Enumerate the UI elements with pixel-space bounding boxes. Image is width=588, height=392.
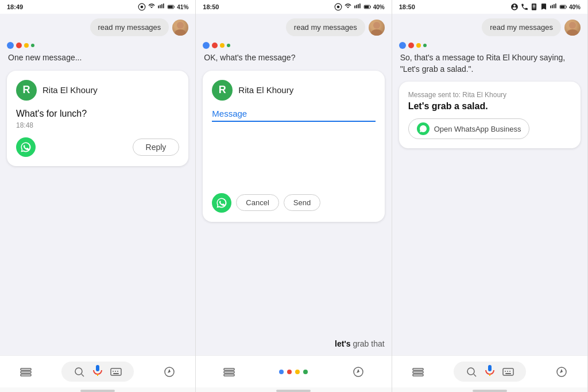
svg-rect-35 [224,368,234,370]
svg-rect-50 [413,374,423,376]
message-card-3: Message sent to: Rita El Khoury Let's gr… [399,82,581,148]
svg-rect-16 [96,365,99,371]
tray-icon-3[interactable] [411,364,425,379]
status-bar-1: 18:49 41% [0,0,195,14]
svg-rect-41 [554,4,555,8]
user-avatar-3 [564,20,581,36]
avatar-img-1 [172,20,188,36]
contact-row-2: R Rita El Khoury [212,80,375,101]
g-dot-yellow-2 [220,43,225,48]
message-card-1: R Rita El Khoury What's for lunch? 18:48… [7,71,188,166]
svg-rect-39 [550,6,551,9]
mic-icon-3[interactable] [483,364,496,379]
panel-1: 18:49 41% read my messages One new messa… [0,0,196,392]
svg-rect-13 [21,374,31,376]
send-button[interactable]: Send [284,194,320,211]
g-dot-blue-1 [7,42,14,49]
sent-info: Message sent to: Rita El Khoury [408,91,571,99]
nav-handle-3 [473,390,507,392]
contact-row-1: R Rita El Khoury [16,80,179,101]
suggestion-text-2: let's grab that [335,337,385,351]
svg-point-9 [177,22,184,29]
status-time-2: 18:50 [203,3,219,10]
svg-rect-26 [354,6,355,9]
cancel-button[interactable]: Cancel [236,194,278,211]
message-time-1: 18:48 [16,121,179,129]
assistant-logo-3 [399,42,427,49]
svg-point-1 [141,6,144,9]
message-input[interactable]: Message [212,109,375,122]
dot-red [287,370,292,374]
keyboard-icon-3[interactable] [501,364,516,379]
compass-icon-2[interactable] [351,364,366,379]
status-icons-2: 40% [334,3,385,11]
open-whatsapp-button[interactable]: Open WhatsApp Business [408,118,530,139]
svg-rect-27 [356,5,357,9]
g-dot-blue-3 [399,42,406,49]
dots-indicator [279,370,308,374]
g-dot-red-1 [16,43,22,48]
lens-icon-1[interactable] [72,364,87,379]
user-message-2: read my messages [286,18,365,36]
suggestion-normal: grab that [351,339,385,348]
status-icons-3: 40% [510,3,581,11]
avatar-img-3 [564,20,581,36]
compass-icon-1[interactable] [162,364,177,379]
svg-rect-42 [555,3,556,8]
svg-point-33 [373,22,380,29]
assistant-logo-1 [7,42,34,49]
svg-rect-53 [488,365,492,371]
battery-pct-3: 40% [569,4,581,10]
svg-rect-28 [358,4,359,8]
dot-blue [279,370,284,374]
svg-rect-36 [224,371,234,373]
svg-point-51 [467,368,474,375]
svg-rect-18 [111,368,121,375]
svg-rect-11 [21,368,31,370]
bottom-bar-1 [0,355,195,387]
card-footer-1: Reply [16,137,179,157]
assistant-response-2: OK, what's the message? [203,52,296,64]
svg-rect-7 [168,6,173,9]
content-area-1: read my messages One new message... R Ri… [0,14,195,355]
bottom-bar-3 [392,355,587,387]
svg-rect-55 [503,368,513,375]
status-time-3: 18:50 [399,3,415,10]
svg-rect-29 [359,3,361,8]
svg-rect-12 [21,371,31,373]
svg-rect-49 [413,371,423,373]
svg-rect-45 [566,6,567,7]
tray-icon-1[interactable] [18,364,33,379]
suggestion-bold: let's [335,339,350,348]
keyboard-icon-1[interactable] [109,364,123,379]
svg-rect-32 [370,6,370,7]
avatar-img-2 [369,20,385,36]
wa-icon-2 [212,193,231,213]
reply-button[interactable]: Reply [133,139,180,156]
battery-pct-1: 41% [177,4,188,10]
bottom-bar-2 [196,355,391,387]
wa-icon-1 [16,137,36,157]
compass-icon-3[interactable] [554,364,569,379]
lens-icon-3[interactable] [464,364,479,379]
content-area-3: read my messages So, that's a message to… [392,14,587,355]
nav-handle-1 [80,390,115,392]
open-wa-label: Open WhatsApp Business [434,125,521,133]
user-bubble-row-3: read my messages [399,18,581,36]
input-card-footer: Cancel Send [212,193,375,213]
tray-icon-2[interactable] [222,364,237,379]
svg-rect-40 [552,5,553,9]
user-message-3: read my messages [482,18,561,36]
user-avatar-2 [369,20,385,36]
mic-pill-1[interactable] [61,362,134,382]
panel-3: 18:50 40% read my messages So, t [392,0,588,392]
mic-icon-1[interactable] [91,364,104,379]
svg-line-15 [82,374,84,376]
g-dot-yellow-1 [24,43,29,48]
mic-pill-3[interactable] [454,362,526,382]
nav-handle-2 [276,390,311,392]
status-bar-3: 18:50 40% [392,0,587,14]
input-space [212,131,375,189]
svg-point-47 [567,29,578,36]
svg-point-25 [336,6,339,9]
